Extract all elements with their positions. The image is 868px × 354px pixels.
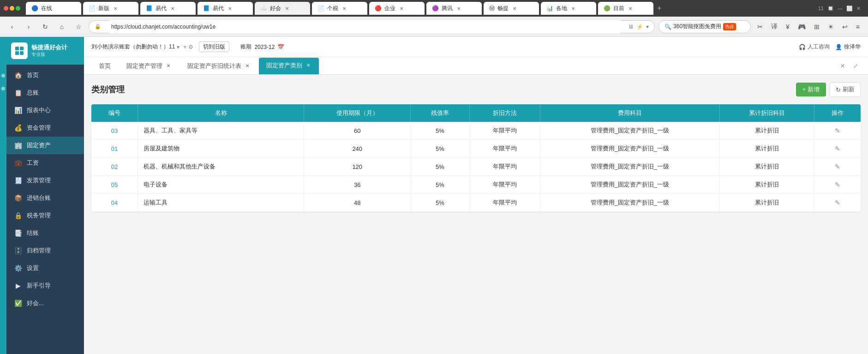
tab-close-depreciation[interactable]: ✕ (244, 63, 251, 69)
support-btn[interactable]: 🎧 人工咨询 (799, 43, 830, 51)
sidebar-item-label: 固定资产 (27, 141, 51, 150)
cell-expense: 管理费用_固定资产折旧_一级 (540, 194, 719, 212)
tab-close-9[interactable]: ✕ (511, 5, 518, 12)
sidebar-item-label: 工资 (27, 159, 39, 167)
sidebar-item-fixed-assets[interactable]: 🏢 固定资产 (6, 137, 84, 154)
settings-gear-icon[interactable]: ⚙ (188, 44, 193, 50)
sidebar-item-closing[interactable]: 📑 结账 (6, 224, 84, 242)
tab-depreciation[interactable]: 固定资产折旧统计表 ✕ (180, 58, 258, 74)
tab-fixed-mgmt[interactable]: 固定资产管理 ✕ (119, 58, 179, 74)
edit-btn[interactable]: ✎ (835, 181, 840, 188)
browser-tab-8[interactable]: 🟣 腾讯 ✕ (426, 2, 482, 15)
search-box: 🔍 360智能抠图免费用 热搜 (658, 20, 751, 33)
switch-version-btn[interactable]: 切到旧版 (199, 42, 229, 52)
user-profile-btn[interactable]: 👤 徐泽华 (835, 43, 861, 51)
translate-icon[interactable]: 译 (768, 22, 780, 32)
inventory-icon: 📦 (14, 194, 22, 202)
browser-tab-7[interactable]: 🔴 企业 ✕ (369, 2, 425, 15)
menu-icon[interactable]: ≡ (853, 22, 862, 31)
add-company-btn[interactable]: + (183, 44, 186, 50)
id-link[interactable]: 01 (111, 145, 118, 152)
dropdown-icon[interactable]: ▾ (177, 44, 180, 50)
sidebar-item-settings[interactable]: ⚙️ 设置 (6, 259, 84, 277)
browser-tab-3[interactable]: 📘 易代 ✕ (140, 2, 196, 15)
sidebar-item-tax[interactable]: 🔒 税务管理 (6, 207, 84, 224)
browser-tab-2[interactable]: 📄 新版 ✕ (83, 2, 138, 15)
browser-tab-11[interactable]: 🟢 目前 ✕ (598, 2, 653, 15)
add-btn[interactable]: + 新增 (796, 83, 826, 96)
sidebar-item-inventory[interactable]: 📦 进销台账 (6, 189, 84, 207)
main-content: 刘小艳演示账套（勿删勿动！）11 ▾ + ⚙ 切到旧版 账期 2023-12 📅… (84, 37, 868, 354)
tab-close-8[interactable]: ✕ (455, 5, 462, 12)
tab-close-2[interactable]: ✕ (112, 5, 119, 12)
page-header: 类别管理 + 新增 ↻ 刷新 (91, 82, 861, 97)
cell-name: 运输工具 (138, 194, 304, 212)
history-icon[interactable]: ↩ (839, 22, 850, 31)
tab-home[interactable]: 首页 (91, 58, 118, 74)
address-input[interactable] (104, 20, 625, 33)
sidebar-item-reports[interactable]: 📊 报表中心 (6, 102, 84, 119)
browser-tab-4[interactable]: 📘 易代 ✕ (198, 2, 253, 15)
col-residual: 残值率 (411, 104, 469, 122)
new-tab-btn[interactable]: + (657, 4, 661, 12)
sidebar-item-label: 设置 (27, 264, 39, 272)
forward-btn[interactable]: › (22, 20, 35, 33)
tab-close-category[interactable]: ✕ (305, 62, 311, 69)
brightness-icon[interactable]: ☀ (825, 22, 837, 31)
id-link[interactable]: 05 (111, 181, 118, 188)
settings-icon: ⚙️ (14, 264, 22, 272)
edit-btn[interactable]: ✎ (835, 127, 840, 134)
id-link[interactable]: 02 (111, 163, 118, 170)
browser-tab-10[interactable]: 📊 各地 ✕ (541, 2, 596, 15)
wallet-icon[interactable]: ¥ (783, 22, 792, 31)
reports-icon: 📊 (14, 106, 22, 114)
tab-close-6[interactable]: ✕ (341, 5, 347, 12)
edit-btn[interactable]: ✎ (835, 163, 840, 170)
browser-tab-5[interactable]: ☁️ 好会 ✕ (255, 2, 310, 15)
tab-close-3[interactable]: ✕ (169, 5, 176, 12)
edit-btn[interactable]: ✎ (835, 145, 840, 152)
header-right: 🎧 人工咨询 👤 徐泽华 (799, 43, 861, 51)
tab-close-fixed-mgmt[interactable]: ✕ (165, 63, 172, 69)
sidebar-item-ledger[interactable]: 📋 总账 (6, 84, 84, 102)
game-icon[interactable]: 🎮 (795, 22, 808, 31)
maximize-tab-btn[interactable]: ⤢ (850, 61, 861, 71)
cell-id: 03 (91, 122, 138, 140)
scissors-icon[interactable]: ✂ (754, 22, 766, 31)
browser-tab-1[interactable]: 🔵 在线 (26, 2, 81, 15)
sidebar-item-payroll[interactable]: 💼 工资 (6, 154, 84, 172)
refresh-table-btn[interactable]: ↻ 刷新 (830, 82, 861, 97)
refresh-icon: ↻ (836, 86, 841, 93)
tab-category[interactable]: 固定资产类别 ✕ (259, 58, 319, 74)
id-link[interactable]: 04 (111, 199, 118, 206)
grid-icon[interactable]: ⊞ (811, 22, 822, 31)
sidebar-item-funds[interactable]: 💰 资金管理 (6, 119, 84, 137)
browser-tab-6[interactable]: 📄 个税 ✕ (312, 2, 367, 15)
sidebar-item-home[interactable]: 🏠 首页 (6, 66, 84, 84)
id-link[interactable]: 03 (111, 127, 118, 134)
edit-btn[interactable]: ✎ (835, 199, 840, 206)
col-method: 折旧方法 (469, 104, 540, 122)
sidebar-item-archive[interactable]: 🗄️ 归档管理 (6, 242, 84, 259)
header-actions: + 新增 ↻ 刷新 (796, 82, 861, 97)
tab-close-7[interactable]: ✕ (398, 5, 405, 12)
back-btn[interactable]: ‹ (6, 20, 18, 33)
calendar-icon[interactable]: 📅 (277, 44, 284, 50)
more-icon: ✅ (14, 299, 22, 307)
cell-period: 36 (304, 176, 411, 194)
browser-tab-9[interactable]: Ⓜ 畅提 ✕ (484, 2, 539, 15)
sidebar-item-invoice[interactable]: 🧾 发票管理 (6, 172, 84, 189)
tab-close-5[interactable]: ✕ (284, 5, 290, 12)
bookmark-btn[interactable]: ☆ (72, 20, 85, 33)
sidebar-item-guide[interactable]: ▶ 新手引导 (6, 277, 84, 294)
address-bar-row: ‹ › ↻ ⌂ ☆ 🔒 🖥 ⚡ ▾ 🔍 360智能抠图免费用 热搜 ✂ 译 ¥ … (0, 17, 868, 37)
sidebar-item-more[interactable]: ✅ 好会... (6, 294, 84, 312)
tab-close-11[interactable]: ✕ (627, 5, 634, 12)
tab-close-4[interactable]: ✕ (227, 5, 233, 12)
close-all-tabs-btn[interactable]: ✕ (838, 61, 848, 71)
user-info: 刘小艳演示账套（勿删勿动！）11 ▾ + ⚙ (91, 43, 193, 51)
tab-close-10[interactable]: ✕ (570, 5, 576, 12)
refresh-btn[interactable]: ↻ (39, 20, 52, 33)
home-btn[interactable]: ⌂ (55, 20, 68, 33)
cell-name: 器具、工具、家具等 (138, 122, 304, 140)
